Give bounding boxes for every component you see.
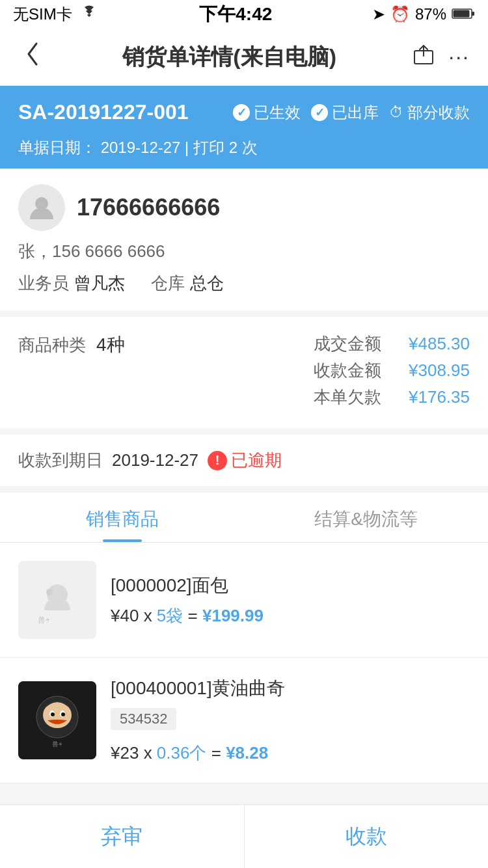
nav-bar: 销货单详情(来自电脑) ···: [0, 29, 488, 86]
date-label: 单据日期：: [18, 139, 96, 156]
customer-detail: 张，156 6666 6666: [18, 240, 470, 263]
date-value: 2019-12-27: [101, 139, 181, 156]
product-price-2: ¥23 x 0.36个 = ¥8.28: [111, 742, 470, 765]
svg-text:兽+: 兽+: [52, 740, 62, 748]
print-info: | 打印 2 次: [185, 139, 258, 156]
equals-2: =: [211, 743, 226, 763]
page-title: 销货单详情(来自电脑): [122, 42, 336, 72]
amount-row-3: 本单欠款 ¥176.35: [314, 386, 470, 409]
overdue-text: 已逾期: [231, 449, 282, 472]
bottom-bar: 弃审 收款: [0, 804, 488, 868]
customer-meta: 业务员 曾凡杰 仓库 总仓: [18, 272, 470, 295]
share-icon[interactable]: [412, 43, 435, 71]
product-info-1: [0000002]面包 ¥40 x 5袋 = ¥199.99: [111, 573, 470, 627]
partial-label: 部分收款: [407, 102, 470, 123]
overdue-badge: ! 已逾期: [208, 449, 282, 472]
date-info: 单据日期： 2019-12-27 | 打印 2 次: [18, 137, 470, 158]
back-button[interactable]: [18, 34, 47, 79]
tabs-row: 销售商品 结算&物流等: [0, 493, 488, 542]
product-name-1: [0000002]面包: [111, 573, 470, 598]
product-info-2: [000400001]黄油曲奇 534532 ¥23 x 0.36个 = ¥8.…: [111, 676, 470, 765]
amount-label: 成交金额: [314, 332, 381, 355]
order-id: SA-20191227-001: [18, 100, 189, 124]
due-section: 收款到期日 2019-12-27 ! 已逾期: [0, 435, 488, 486]
status-tag-partial: ⏱ 部分收款: [389, 102, 470, 123]
shipped-label: 已出库: [332, 102, 379, 123]
price-x-1: x: [144, 606, 157, 625]
warehouse-name: 总仓: [190, 272, 224, 295]
status-tag-effective: ✓ 已生效: [233, 102, 301, 123]
summary-section: 商品种类 4种 成交金额 ¥485.30 收款金额 ¥308.95 本单欠款 ¥…: [0, 317, 488, 428]
battery-level: 87%: [415, 5, 446, 23]
clock-icon: ⏱: [389, 104, 403, 121]
qty-2: 0.36个: [157, 743, 207, 763]
product-image-2: 兽+: [18, 681, 96, 759]
reject-button[interactable]: 弃审: [0, 805, 245, 868]
amount-value: ¥485.30: [392, 334, 470, 354]
qty-1: 5袋: [157, 606, 183, 625]
check-icon-1: ✓: [233, 104, 250, 121]
signal-icon: 无SIM卡: [13, 4, 72, 25]
sales-label: 业务员: [18, 272, 69, 295]
effective-label: 已生效: [254, 102, 301, 123]
wifi-icon: [79, 5, 100, 23]
tab-settlement[interactable]: 结算&物流等: [244, 493, 488, 542]
total-2: ¥8.28: [226, 743, 268, 763]
tab-sales-products[interactable]: 销售商品: [0, 493, 244, 542]
svg-text:兽+: 兽+: [38, 616, 50, 625]
summary-right: 成交金额 ¥485.30 收款金额 ¥308.95 本单欠款 ¥176.35: [314, 332, 470, 413]
customer-phone: 17666666666: [77, 194, 220, 221]
header-band: SA-20191227-001 ✓ 已生效 ✓ 已出库 ⏱ 部分收款 单据日期：…: [0, 86, 488, 169]
location-icon: ➤: [372, 5, 385, 23]
list-item: 兽+ [0000002]面包 ¥40 x 5袋 = ¥199.99: [0, 543, 488, 658]
total-1: ¥199.99: [202, 606, 264, 625]
product-sku-2: 534532: [111, 708, 176, 730]
summary-row: 商品种类 4种 成交金额 ¥485.30 收款金额 ¥308.95 本单欠款 ¥…: [18, 332, 470, 413]
svg-rect-1: [472, 12, 474, 16]
more-icon[interactable]: ···: [448, 45, 470, 69]
amount-row-1: 成交金额 ¥485.30: [314, 332, 470, 355]
status-tag-shipped: ✓ 已出库: [311, 102, 379, 123]
product-price-1: ¥40 x 5袋 = ¥199.99: [111, 604, 470, 627]
warehouse-label: 仓库: [151, 272, 185, 295]
status-bar: 无SIM卡 下午4:42 ➤ ⏰ 87%: [0, 0, 488, 29]
status-tags: ✓ 已生效 ✓ 已出库 ⏱ 部分收款: [233, 102, 470, 123]
product-image-1: 兽+: [18, 561, 96, 639]
product-name-2: [000400001]黄油曲奇: [111, 676, 470, 701]
svg-rect-2: [453, 10, 469, 18]
collect-button[interactable]: 收款: [245, 805, 489, 868]
check-icon-2: ✓: [311, 104, 328, 121]
received-label: 收款金额: [314, 359, 381, 382]
svg-point-14: [61, 712, 65, 716]
equals-1: =: [188, 606, 202, 625]
sales-name: 曾凡杰: [74, 272, 125, 295]
alarm-icon: ⏰: [390, 5, 410, 23]
customer-row: 17666666666: [18, 184, 470, 231]
received-value: ¥308.95: [392, 360, 470, 381]
price-x-2: x: [144, 743, 157, 763]
nav-actions: ···: [412, 43, 470, 71]
goods-type-label: 商品种类: [18, 334, 86, 357]
avatar: [18, 184, 65, 231]
status-right: ➤ ⏰ 87%: [372, 5, 475, 23]
price-base-1: ¥40: [111, 606, 139, 625]
tabs-section: 销售商品 结算&物流等: [0, 493, 488, 543]
overdue-icon: !: [208, 451, 227, 470]
due-label: 收款到期日: [18, 449, 103, 472]
svg-point-13: [51, 712, 55, 716]
list-item: 兽+ [000400001]黄油曲奇 534532 ¥23 x 0.36个 = …: [0, 658, 488, 783]
amount-row-2: 收款金额 ¥308.95: [314, 359, 470, 382]
customer-section: 17666666666 张，156 6666 6666 业务员 曾凡杰 仓库 总…: [0, 169, 488, 310]
status-left: 无SIM卡: [13, 4, 100, 25]
goods-type-value: 4种: [96, 332, 125, 357]
price-base-2: ¥23: [111, 743, 139, 763]
due-date: 2019-12-27: [112, 450, 198, 470]
debt-label: 本单欠款: [314, 386, 381, 409]
time-display: 下午4:42: [199, 2, 272, 27]
svg-point-6: [46, 589, 53, 595]
summary-left: 商品种类 4种: [18, 332, 125, 361]
debt-value: ¥176.35: [392, 387, 470, 407]
products-section: 兽+ [0000002]面包 ¥40 x 5袋 = ¥199.99: [0, 543, 488, 783]
battery-icon: [452, 5, 475, 23]
